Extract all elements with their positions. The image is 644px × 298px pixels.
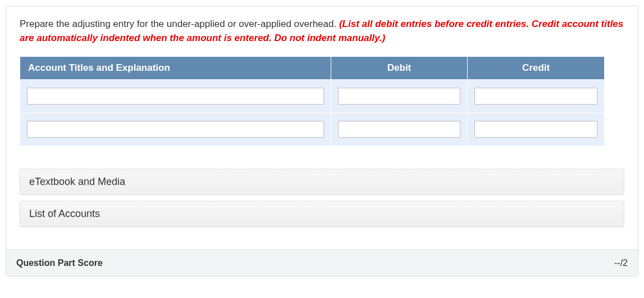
journal-entry-table: Account Titles and Explanation Debit Cre… (20, 56, 605, 146)
credit-input[interactable] (474, 88, 597, 105)
debit-input[interactable] (338, 121, 461, 138)
account-title-input[interactable] (27, 88, 324, 105)
instruction-text: Prepare the adjusting entry for the unde… (20, 19, 339, 29)
credit-input[interactable] (474, 121, 597, 138)
debit-input[interactable] (338, 88, 461, 105)
list-of-accounts-link[interactable]: List of Accounts (20, 201, 624, 227)
header-account-titles: Account Titles and Explanation (20, 57, 331, 80)
instruction-block: Prepare the adjusting entry for the unde… (20, 17, 624, 45)
table-row (20, 80, 605, 113)
header-debit: Debit (331, 57, 468, 80)
header-credit: Credit (468, 57, 605, 80)
score-value: --/2 (614, 258, 628, 268)
etextbook-link[interactable]: eTextbook and Media (20, 169, 624, 195)
score-footer: Question Part Score --/2 (6, 250, 638, 276)
resource-links: eTextbook and Media List of Accounts (20, 169, 624, 227)
table-row (20, 113, 605, 146)
account-title-input[interactable] (27, 121, 324, 138)
question-card: Prepare the adjusting entry for the unde… (6, 6, 638, 277)
score-label: Question Part Score (16, 258, 103, 268)
question-content: Prepare the adjusting entry for the unde… (6, 6, 638, 250)
